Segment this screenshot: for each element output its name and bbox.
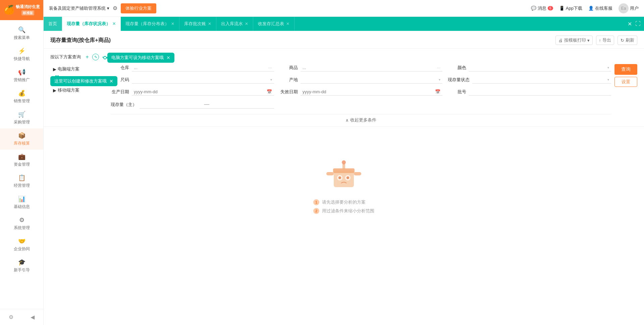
collapse-btn[interactable]: ∧ 收起更多条件 (345, 117, 376, 123)
goods-label: 商品 (279, 65, 298, 71)
warehouse-more-icon[interactable]: ··· (268, 65, 272, 70)
svg-point-5 (346, 176, 349, 179)
tab-in-out-flow[interactable]: 出入库流水 ✕ (216, 17, 253, 31)
scenario-tooltip-1: 电脑方案可设为移动方案哦 ✕ (107, 53, 174, 63)
logo-badge: 标准版 (21, 10, 34, 15)
sidebar-item-inventory[interactable]: 📦 库存核算 (0, 128, 43, 150)
tooltip-1-close[interactable]: ✕ (166, 55, 170, 60)
batch-no-control[interactable] (469, 88, 611, 96)
stock-status-label: 现存量状态 (448, 77, 470, 83)
sidebar-item-marketing[interactable]: 📢 营销推广 (0, 65, 43, 86)
message-action[interactable]: 💬 消息 6 (531, 5, 553, 11)
add-scenario-btn[interactable]: + (84, 53, 91, 61)
edit-scenario-btn[interactable]: ✎ (92, 54, 99, 60)
user-avatar: Ea (619, 3, 629, 13)
size-input[interactable] (134, 77, 270, 82)
tab-batch-ledger[interactable]: 库存批次账 ✕ (179, 17, 216, 31)
tab-recv-summary-close[interactable]: ✕ (286, 21, 289, 26)
goods-control[interactable]: ··· (301, 64, 443, 71)
expire-date-control[interactable]: 📅 (301, 88, 443, 96)
header-settings-icon[interactable]: ⚙ (113, 5, 117, 11)
tab-expand-icon[interactable]: ⛶ (635, 21, 641, 27)
tab-inventory-status-close[interactable]: ✕ (112, 21, 116, 26)
expire-date-input[interactable] (303, 89, 435, 94)
produce-date-input[interactable] (134, 89, 267, 94)
sidebar-item-basic-info[interactable]: 📊 基础信息 (0, 192, 43, 213)
origin-control[interactable]: ▾ (301, 76, 443, 84)
tab-in-out-flow-close[interactable]: ✕ (245, 21, 248, 26)
sidebar-item-system[interactable]: ⚙ 系统管理 (0, 213, 43, 234)
experience-btn[interactable]: 体验行业方案 (121, 3, 156, 13)
tab-batch-ledger-close[interactable]: ✕ (208, 21, 211, 26)
produce-date-control[interactable]: 📅 (132, 88, 274, 96)
mobile-scenario-arrow: ▶ (53, 88, 56, 93)
color-dropdown-icon[interactable]: ▾ (607, 66, 609, 69)
tooltip-2-close[interactable]: ✕ (109, 78, 113, 84)
expire-date-cal-icon[interactable]: 📅 (435, 89, 440, 94)
tab-recv-summary[interactable]: 收发存汇总表 ✕ (253, 17, 294, 31)
stock-status-dropdown-icon[interactable]: ▾ (607, 78, 609, 82)
origin-dropdown-icon[interactable]: ▾ (439, 78, 440, 82)
desktop-scenario-arrow: ▶ (53, 67, 56, 72)
system-selector[interactable]: 装备及固定资产辅助管理系统 ▾ (49, 5, 109, 11)
page-content: 现存量查询(按仓库+商品) 🖨 按模板打印 ▾ ↑ 导出 ↻ 刷新 (44, 31, 644, 325)
desktop-scenario-header[interactable]: ▶ 电脑端方案 (50, 64, 104, 74)
refresh-btn[interactable]: ↻ 刷新 (618, 36, 637, 45)
user-action[interactable]: Ea 用户 (619, 3, 639, 13)
search-btn[interactable]: 查询 (614, 64, 637, 75)
origin-input[interactable] (303, 77, 439, 82)
sidebar-bottom: ⚙ ◀ (0, 309, 43, 325)
sidebar: 🍊 畅通消好生意 标准版 🔍 搜索菜单 ⚡ 快捷导航 📢 营销推广 💰 销售管理… (0, 0, 44, 325)
empty-num-2: 2 (313, 208, 319, 214)
warehouse-input[interactable] (134, 65, 267, 70)
tooltip-1-text: 电脑方案可设为移动方案哦 (111, 55, 164, 61)
sidebar-item-purchase[interactable]: 🛒 采购管理 (0, 107, 43, 128)
goods-more-icon[interactable]: ··· (437, 65, 440, 70)
stock-qty-control[interactable]: — (140, 100, 274, 109)
filter-body: 这里可以创建和修改方案哦 ✕ ▶ 电脑端方案 按照品 (50, 64, 637, 126)
reset-btn[interactable]: 设置 (614, 77, 637, 87)
size-control[interactable]: ▾ (132, 76, 274, 84)
system-dropdown-icon: ▾ (107, 6, 109, 11)
filter-cell-color: 颜色 ▾ (448, 64, 611, 71)
svg-point-4 (338, 176, 341, 179)
stock-status-input[interactable] (474, 77, 607, 82)
sidebar-item-search-menu[interactable]: 🔍 搜索菜单 (0, 23, 43, 44)
print-btn[interactable]: 🖨 按模板打印 ▾ (555, 36, 593, 45)
tab-home[interactable]: 首页 (44, 17, 62, 31)
produce-date-cal-icon[interactable]: 📅 (267, 89, 272, 94)
support-icon: 👤 (588, 6, 594, 11)
tab-close-all-icon[interactable]: ✕ (628, 21, 632, 27)
tab-inventory-status[interactable]: 现存量（库存状况表） ✕ (62, 17, 121, 31)
empty-state: 1 请先选择要分析的方案 2 用过滤条件来缩小分析范围 (44, 127, 644, 234)
warehouse-control[interactable]: ··· (132, 64, 274, 71)
support-action[interactable]: 👤 在线客服 (588, 5, 612, 11)
sidebar-item-sales[interactable]: 💰 销售管理 (0, 86, 43, 107)
marketing-icon: 📢 (18, 68, 25, 76)
sidebar-item-operations[interactable]: 📋 经营管理 (0, 171, 43, 192)
operations-icon: 📋 (18, 174, 25, 181)
color-input[interactable] (471, 65, 607, 70)
sidebar-item-quick-nav[interactable]: ⚡ 快捷导航 (0, 44, 43, 65)
stock-status-control[interactable]: ▾ (472, 76, 611, 84)
sidebar-item-finance[interactable]: 💼 资金管理 (0, 150, 43, 171)
goods-input[interactable] (303, 65, 436, 70)
size-dropdown-icon[interactable]: ▾ (270, 78, 272, 82)
batch-no-input[interactable] (471, 89, 609, 94)
sidebar-collapse-btn[interactable]: ◀ (29, 313, 36, 322)
filter-cell-origin: 产地 ▾ (279, 76, 443, 84)
filter-area-wrapper: 按以下方案查询 + ✎ ← 电脑方案可设为移动方案哦 ✕ (44, 49, 644, 126)
stock-qty-max[interactable] (212, 102, 272, 107)
export-btn[interactable]: ↑ 导出 (596, 36, 614, 45)
sidebar-settings-btn[interactable]: ⚙ (7, 313, 15, 322)
mobile-scenario-header[interactable]: ▶ 移动端方案 (50, 85, 104, 95)
app-download-action[interactable]: 📱 App下载 (559, 5, 582, 11)
stock-qty-min[interactable] (142, 102, 201, 107)
sidebar-item-enterprise[interactable]: 🤝 企业协同 (0, 234, 43, 255)
filter-label: 按以下方案查询 (50, 54, 81, 60)
tab-inventory-dist[interactable]: 现存量（库存分布表） ✕ (121, 17, 179, 31)
tab-inventory-dist-close[interactable]: ✕ (171, 21, 174, 26)
desktop-scenario-label: 电脑端方案 (58, 66, 79, 72)
sidebar-item-newbie[interactable]: 🎓 新手引导 (0, 255, 43, 276)
color-control[interactable]: ▾ (469, 64, 611, 71)
